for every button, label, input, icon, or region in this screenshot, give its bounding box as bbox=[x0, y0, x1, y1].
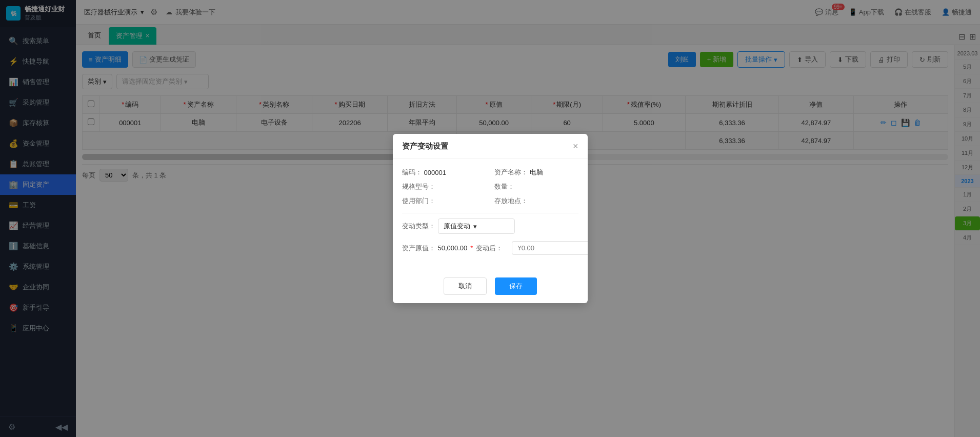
modal-location-field: 存放地点： bbox=[494, 196, 578, 206]
modal-footer: 取消 保存 bbox=[393, 271, 588, 303]
modal-title: 资产变动设置 bbox=[402, 142, 448, 151]
asset-name-value: 电脑 bbox=[530, 168, 543, 177]
change-type-row: 变动类型： 原值变动 ▾ bbox=[402, 218, 578, 234]
asset-original-label: 资产原值： bbox=[402, 244, 438, 253]
code-label: 编码： bbox=[402, 168, 422, 177]
modal-overlay: 资产变动设置 × 编码： 000001 资产名称： 电脑 规格型号： 数量： bbox=[0, 0, 980, 437]
modal-dept-field: 使用部门： bbox=[402, 196, 486, 206]
after-label: 变动后： bbox=[476, 244, 512, 253]
modal-code-field: 编码： 000001 bbox=[402, 168, 486, 177]
spec-label: 规格型号： bbox=[402, 182, 435, 191]
modal-spec-field: 规格型号： bbox=[402, 182, 486, 191]
modal-info-grid: 编码： 000001 资产名称： 电脑 规格型号： 数量： 使用部门： bbox=[402, 168, 578, 206]
location-label: 存放地点： bbox=[494, 196, 528, 206]
qty-label: 数量： bbox=[494, 182, 514, 191]
modal-divider bbox=[402, 213, 578, 213]
modal-asset-name-field: 资产名称： 电脑 bbox=[494, 168, 578, 177]
asset-original-value: 50,000.00 bbox=[438, 244, 468, 252]
asset-value-row: 资产原值： 50,000.00 * 变动后： bbox=[402, 241, 578, 255]
asset-change-modal: 资产变动设置 × 编码： 000001 资产名称： 电脑 规格型号： 数量： bbox=[393, 134, 588, 303]
change-type-value: 原值变动 bbox=[444, 222, 470, 231]
required-mark: * bbox=[470, 244, 473, 252]
change-type-select[interactable]: 原值变动 ▾ bbox=[438, 218, 515, 234]
modal-close-button[interactable]: × bbox=[573, 141, 578, 152]
after-value-input[interactable] bbox=[512, 241, 587, 255]
chevron-down-icon: ▾ bbox=[473, 223, 477, 230]
modal-body: 编码： 000001 资产名称： 电脑 规格型号： 数量： 使用部门： bbox=[393, 158, 588, 271]
change-type-label: 变动类型： bbox=[402, 222, 438, 231]
modal-header: 资产变动设置 × bbox=[393, 134, 588, 158]
asset-name-label: 资产名称： bbox=[494, 168, 528, 177]
modal-qty-field: 数量： bbox=[494, 182, 578, 191]
code-value: 000001 bbox=[424, 169, 446, 176]
dept-label: 使用部门： bbox=[402, 196, 435, 206]
cancel-button[interactable]: 取消 bbox=[444, 277, 487, 295]
save-button[interactable]: 保存 bbox=[495, 277, 537, 295]
